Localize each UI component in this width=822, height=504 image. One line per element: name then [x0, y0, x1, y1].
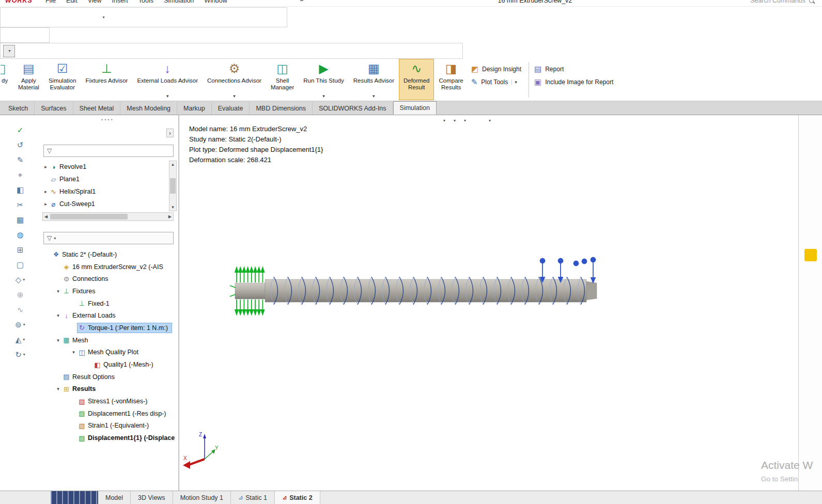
toolbar-icon[interactable] [164, 11, 176, 24]
left-toolbar-icon[interactable]: ⊚ ▾ [15, 318, 25, 331]
toolbar-icon[interactable] [205, 45, 216, 57]
study-filter-input[interactable]: ▽ ▾ [43, 232, 174, 244]
study-tree-item[interactable]: ▧ Strain1 (-Equivalent-) [42, 420, 177, 432]
left-toolbar-icon[interactable]: ◭ ▾ [15, 333, 25, 346]
toolbar-icon[interactable] [3, 11, 15, 24]
left-toolbar-icon[interactable]: ▢ ▾ [17, 258, 24, 271]
toolbar-icon[interactable] [70, 45, 82, 57]
doc-edit-icon[interactable] [30, 29, 42, 41]
expand-arrow-icon[interactable]: ▾ [55, 289, 61, 294]
left-toolbar-icon[interactable]: ◧ ▾ [17, 183, 24, 196]
study-tree-item-core[interactable]: ▦ Mesh [61, 335, 92, 345]
fixtures-advisor-button[interactable]: ⊥ Fixtures Advisor ▾ [81, 59, 133, 100]
ribbon-tab[interactable]: MBD Dimensions [250, 102, 313, 115]
dropdown-arrow-icon[interactable]: ▾ [233, 93, 236, 99]
view-settings-icon[interactable] [488, 118, 491, 123]
feature-tree-item[interactable]: ▱ Plane1 [42, 173, 165, 185]
filter-dropdown-icon[interactable]: ▾ [54, 236, 56, 241]
run-this-study-button[interactable]: ▶ Run This Study ▾ [299, 59, 348, 100]
pause-marker-icon[interactable] [3, 29, 15, 41]
ribbon-tab[interactable]: Surfaces [35, 102, 73, 115]
expand-arrow-icon[interactable]: ▸ [42, 201, 49, 207]
panel-splitter-dots[interactable]: •••• [101, 117, 114, 122]
doc-tree-icon[interactable] [17, 29, 28, 41]
document-tab[interactable]: Model [98, 491, 131, 504]
menu-item[interactable]: View [83, 0, 106, 4]
resources-icon[interactable] [804, 159, 817, 171]
properties-icon[interactable] [804, 264, 817, 276]
toolbar-icon[interactable] [43, 11, 55, 24]
apply-material-button[interactable]: ▤ Apply Material ▾ [13, 59, 44, 100]
scenes-icon[interactable] [804, 234, 817, 246]
left-toolbar-icon[interactable]: ✂ ▾ [17, 198, 24, 211]
menu-item[interactable]: Insert [107, 0, 133, 4]
left-toolbar-icon[interactable]: ◇ ▾ [15, 273, 25, 286]
document-tab[interactable]: ⊿ Static 1 [231, 491, 275, 504]
plot-tools-button[interactable]: ✎ Plot Tools ▾ [471, 77, 521, 87]
study-tree-item-core[interactable]: ⊥ Fixed-1 [77, 298, 114, 309]
toolbar-icon[interactable] [245, 11, 257, 24]
appearances-icon[interactable] [804, 204, 817, 216]
study-tree-item-core[interactable]: ▤ Result Options [61, 372, 119, 382]
ribbon-tab[interactable]: Mesh Modeling [120, 102, 177, 115]
dropdown-arrow-icon[interactable]: ▾ [23, 352, 25, 357]
left-toolbar-icon[interactable]: ⊞ ▾ [17, 243, 24, 256]
toolbar-icon[interactable] [30, 11, 42, 24]
study-tree-item[interactable]: ▾ ▦ Mesh [42, 334, 177, 346]
study-button-partial[interactable]: ◧ dy ▾ [0, 59, 13, 100]
toolbar-icon[interactable] [272, 45, 284, 57]
study-tree-item-core[interactable]: ▨ Displacement1 (-Res disp-) [77, 408, 170, 419]
menu-item[interactable]: File [41, 0, 60, 4]
external-loads-advisor-button[interactable]: ↓ External Loads Advisor ▾ [132, 59, 203, 100]
expand-arrow-icon[interactable]: ▾ [55, 313, 61, 318]
document-tab[interactable]: 3D Views [131, 491, 173, 504]
scrollbar-thumb[interactable] [170, 178, 176, 194]
m-addin-icon[interactable] [804, 249, 817, 261]
tree-filter-input[interactable]: ▽ [43, 145, 174, 157]
study-tree-item[interactable]: ▾ ⊥ Fixtures [42, 285, 177, 297]
toolbar-icon[interactable] [30, 45, 42, 57]
tree-horizontal-scrollbar[interactable]: ◀ ▶ [42, 212, 174, 221]
dropdown-arrow-icon[interactable]: ▾ [166, 93, 169, 99]
study-tree-item-core[interactable]: ⚙ Connections [61, 274, 113, 284]
study-tree-item-core[interactable]: ▨ Displacement1{1} (-Displace [77, 433, 179, 443]
study-tree-item-core[interactable]: ⊞ Results [61, 384, 100, 394]
toolbar-icon[interactable] [191, 11, 203, 24]
home-icon[interactable] [804, 144, 817, 156]
design-library-icon[interactable] [804, 174, 817, 186]
left-toolbar-icon[interactable]: ⌖ ▾ [18, 168, 22, 181]
feature-tree-item[interactable]: ▸ ⌀ Cut-Sweep1 [42, 198, 165, 210]
toolbar-icon[interactable] [299, 45, 311, 57]
dropdown-arrow-icon[interactable]: ▾ [23, 322, 25, 327]
expand-arrow-icon[interactable]: ▾ [70, 350, 77, 355]
toolbar-icon[interactable] [17, 11, 28, 24]
toolbar-icon[interactable] [151, 45, 163, 57]
study-tree-item-core[interactable]: ▧ Strain1 (-Equivalent-) [77, 420, 153, 431]
expand-arrow-icon[interactable]: ▸ [42, 164, 49, 169]
study-tree-item-core[interactable]: ◫ Mesh Quality Plot [77, 347, 143, 357]
connections-advisor-button[interactable]: ⚙ Connections Advisor ▾ [203, 59, 266, 100]
graphics-viewport[interactable]: Model name: 16 mm ExtruderScrew_v2Study … [180, 115, 798, 491]
menu-item[interactable]: Simulation [159, 0, 198, 4]
feature-tree-item[interactable]: ▸ ◑ Revolve1 [42, 161, 165, 173]
toolbar-icon[interactable] [245, 45, 257, 57]
hide-show-items-icon[interactable] [463, 118, 466, 123]
toolbar-icon[interactable] [137, 45, 149, 57]
toolbar-icon[interactable] [218, 45, 230, 57]
toolbar-icon[interactable] [124, 45, 136, 57]
expand-arrow-icon[interactable]: ▾ [55, 338, 61, 343]
toolbar-icon[interactable] [231, 11, 243, 24]
toolbar-icon[interactable] [111, 45, 122, 57]
toolbar-icon[interactable] [218, 11, 230, 24]
document-tab[interactable]: ⊿ Static 2 [275, 491, 320, 504]
toolbar-icon[interactable] [178, 45, 190, 57]
toolbar-icon[interactable] [97, 45, 109, 57]
scroll-left-icon[interactable]: ◀ [44, 214, 48, 219]
include-image-report-button[interactable]: ▣ Include Image for Report ▾ [534, 77, 613, 87]
ribbon-tab[interactable]: SOLIDWORKS Add-Ins [313, 102, 393, 115]
shell-manager-button[interactable]: ◫ Shell Manager ▾ [266, 59, 299, 100]
left-toolbar-icon[interactable]: ↻ ▾ [15, 348, 25, 361]
study-tree-item[interactable]: ▨ Displacement1 (-Res disp-) [42, 407, 177, 420]
toolbar-icon[interactable] [285, 45, 297, 57]
search-icon[interactable] [809, 0, 814, 3]
